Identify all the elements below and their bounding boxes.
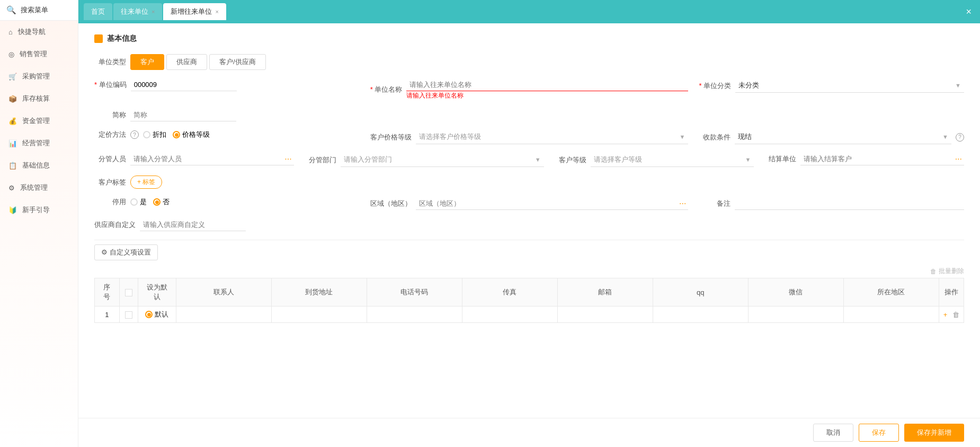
unit-category-select[interactable]: 未分类 ▼ (735, 78, 964, 93)
col-contact: 联系人 (176, 278, 271, 306)
qq-input[interactable] (657, 311, 744, 319)
unit-type-row: 单位类型 客户 供应商 客户/供应商 (94, 54, 964, 70)
form-content: 基本信息 单位类型 客户 供应商 客户/供应商 单位编码 单位名称 (78, 23, 980, 418)
sidebar-item-purchase[interactable]: 🛒 采购管理 (0, 65, 78, 87)
col-region: 所在地区 (843, 278, 939, 306)
cell-phone (367, 306, 462, 323)
chevron-down-icon: ▼ (955, 82, 961, 89)
unit-category-group: 单位分类 未分类 ▼ (699, 78, 964, 93)
settlement-unit-label: 结算单位 (764, 154, 796, 164)
col-wechat: 微信 (748, 278, 843, 306)
col-actions: 操作 (939, 278, 964, 306)
sidebar-item-operations[interactable]: 📊 经营管理 (0, 132, 78, 154)
department-select[interactable]: 请输入分管部门 ▼ (341, 153, 544, 167)
finance-icon: 💰 (8, 117, 17, 125)
phone-input[interactable] (371, 311, 458, 319)
supervisor-input[interactable] (130, 153, 282, 165)
row-checkbox[interactable] (125, 311, 132, 319)
cancel-button[interactable]: 取消 (813, 424, 853, 442)
unit-code-input[interactable] (131, 78, 237, 91)
col-no: 序号 (95, 278, 120, 306)
email-input[interactable] (562, 311, 648, 319)
customer-tag-label: 客户标签 (94, 178, 126, 187)
delete-row-icon[interactable]: 🗑 (952, 311, 959, 319)
tab-partners-close[interactable]: × (152, 8, 155, 15)
pricing-help-icon[interactable]: ? (130, 130, 139, 139)
sidebar-item-system[interactable]: ⚙ 系统管理 (0, 177, 78, 199)
unit-btn-customer[interactable]: 客户 (130, 54, 164, 70)
unit-type-label: 单位类型 (94, 57, 126, 67)
region-input[interactable] (416, 197, 677, 209)
wechat-input[interactable] (753, 311, 839, 319)
operations-icon: 📊 (8, 139, 17, 147)
contact-input[interactable] (181, 311, 267, 319)
unit-btn-supplier[interactable]: 供应商 (166, 54, 207, 70)
chevron-down-icon5: ▼ (745, 156, 751, 163)
unit-name-input[interactable] (406, 78, 688, 91)
disabled-row: 停用 是 否 区域（地区） ··· (94, 197, 964, 210)
radio-discount-label: 折扣 (153, 130, 166, 139)
radio-yes-label: 是 (140, 197, 147, 207)
chevron-down-icon3: ▼ (942, 134, 948, 140)
radio-no[interactable]: 否 (153, 197, 170, 207)
tab-new-partner[interactable]: 新增往来单位 × (163, 3, 226, 20)
tab-partners[interactable]: 往来单位 × (113, 3, 162, 20)
tab-home[interactable]: 首页 (84, 3, 112, 20)
cell-actions: + 🗑 (939, 306, 964, 323)
abbr-input[interactable] (130, 109, 236, 121)
unit-btn-both[interactable]: 客户/供应商 (209, 54, 266, 70)
customer-tag-row: 客户标签 + 标签 (94, 176, 964, 189)
add-tag-button[interactable]: + 标签 (130, 176, 162, 189)
save-button[interactable]: 保存 (859, 424, 899, 442)
col-checkbox (119, 278, 138, 306)
settlement-more-icon[interactable]: ··· (953, 154, 964, 164)
sidebar-item-sales[interactable]: ◎ 销售管理 (0, 43, 78, 65)
search-menu[interactable]: 🔍 搜索菜单 (0, 0, 78, 21)
sidebar-item-quick-nav[interactable]: ⌂ 快捷导航 (0, 21, 78, 43)
sidebar-item-basic-info[interactable]: 📋 基础信息 (0, 154, 78, 177)
inventory-icon: 📦 (8, 95, 17, 103)
sidebar-item-finance[interactable]: 💰 资金管理 (0, 110, 78, 132)
radio-discount[interactable]: 折扣 (143, 130, 166, 139)
location-input[interactable] (848, 311, 934, 319)
row-default-label: 默认 (155, 310, 168, 319)
settlement-unit-input[interactable] (800, 153, 952, 165)
radio-yes[interactable]: 是 (130, 197, 147, 207)
fax-input[interactable] (467, 311, 553, 319)
sidebar-item-guide[interactable]: 🔰 新手引导 (0, 199, 78, 221)
remarks-group: 备注 (699, 197, 964, 210)
section-header: 基本信息 (94, 34, 964, 43)
sidebar-item-inventory[interactable]: 📦 库存核算 (0, 87, 78, 110)
row-default-radio[interactable]: 默认 (142, 310, 172, 319)
unit-name-field-wrapper: 请输入往来单位名称 (406, 78, 688, 100)
supervisor-more-icon[interactable]: ··· (282, 154, 293, 164)
sidebar: 🔍 搜索菜单 ⌂ 快捷导航 ◎ 销售管理 🛒 采购管理 📦 库存核算 💰 资金管… (0, 0, 78, 447)
custom-settings-button[interactable]: ⚙ 自定义项设置 (94, 244, 158, 260)
supervisor-group: 分管人员 ··· (94, 153, 294, 165)
payment-help-icon[interactable]: ? (956, 133, 964, 142)
pricing-method-radios: 折扣 价格等级 (143, 130, 210, 139)
window-close-icon[interactable]: × (963, 6, 975, 17)
save-and-new-button[interactable]: 保存并新增 (904, 424, 964, 442)
supplier-custom-input[interactable] (140, 218, 246, 231)
customer-level-select[interactable]: 请选择客户等级 ▼ (591, 153, 754, 167)
add-row-icon[interactable]: + (943, 311, 948, 319)
payment-terms-select[interactable]: 现结 ▼ (735, 130, 951, 144)
supervisor-label: 分管人员 (94, 154, 126, 164)
tab-new-partner-close[interactable]: × (215, 8, 218, 15)
divider (94, 240, 964, 240)
supplier-custom-row: 供应商自定义 (94, 218, 964, 231)
supplier-custom-label: 供应商自定义 (94, 220, 136, 230)
customer-price-level-select[interactable]: 请选择客户价格等级 ▼ (416, 130, 689, 144)
unit-type-buttons: 客户 供应商 客户/供应商 (130, 54, 266, 70)
radio-price-level[interactable]: 价格等级 (173, 130, 210, 139)
region-input-wrapper: ··· (416, 197, 689, 210)
col-qq: qq (653, 278, 748, 306)
header-checkbox[interactable] (125, 289, 132, 296)
remarks-input[interactable] (735, 197, 964, 210)
disabled-label: 停用 (94, 197, 126, 207)
region-more-icon[interactable]: ··· (677, 199, 688, 208)
address-input[interactable] (276, 311, 362, 319)
unit-name-group: 单位名称 请输入往来单位名称 (370, 78, 689, 100)
customer-price-level-placeholder: 请选择客户价格等级 (419, 132, 481, 142)
